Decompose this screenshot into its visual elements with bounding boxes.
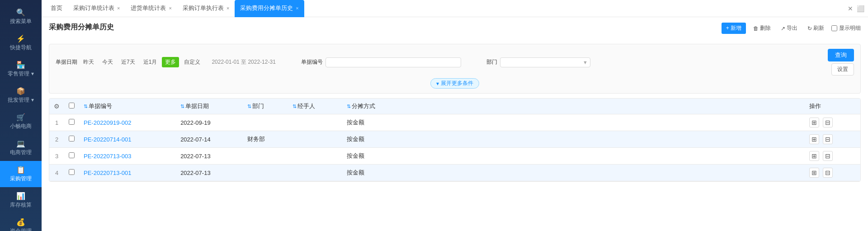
export-button[interactable]: ↗ 导出	[778, 23, 800, 34]
handler-cell	[288, 148, 342, 165]
tab-采购订单执行表[interactable]: 采购订单执行表×	[177, 0, 235, 17]
sidebar-item-快捷导航[interactable]: ⚡快捷导航	[0, 30, 42, 56]
doc-date-cell: 2022-07-14	[176, 131, 243, 148]
row-checkbox[interactable]	[69, 119, 75, 125]
row-checkbox-cell[interactable]	[64, 114, 79, 131]
add-button[interactable]: + 新增	[722, 23, 746, 34]
doc-no-input[interactable]	[326, 57, 461, 67]
more-action-icon[interactable]: ⊟	[823, 168, 833, 178]
expand-conditions-button[interactable]: ▾ 展开更多条件	[430, 78, 479, 89]
sidebar-icon: ⚡	[16, 34, 25, 43]
split-method-cell: 按金额	[342, 165, 805, 181]
row-checkbox-cell[interactable]	[64, 148, 79, 165]
date-label: 单据日期	[56, 58, 77, 66]
sidebar-item-搜索菜单[interactable]: 🔍搜索菜单	[0, 4, 42, 30]
row-checkbox[interactable]	[69, 152, 75, 158]
sidebar-icon: 💰	[16, 218, 25, 226]
sidebar-item-label: 电商管理	[10, 149, 32, 156]
doc-date-cell: 2022-09-19	[176, 114, 243, 131]
gear-icon: ⚙	[54, 103, 60, 110]
split-method-cell: 按金额	[342, 131, 805, 148]
doc-no-column-header: ⇅单据编号	[79, 99, 176, 114]
tab-label: 进货单统计表	[131, 4, 166, 12]
doc-date-column-header: ⇅单据日期	[176, 99, 243, 114]
date-btn-custom[interactable]: 自定义	[181, 57, 203, 67]
gear-column-header[interactable]: ⚙	[49, 99, 64, 114]
view-icon[interactable]: ⊞	[809, 118, 819, 127]
date-btn-7days[interactable]: 近7天	[118, 57, 138, 67]
sidebar-item-资金管理[interactable]: 💰资金管理	[0, 213, 42, 231]
sidebar-item-label: 小畅电商	[10, 123, 32, 130]
tab-采购订单统计表[interactable]: 采购订单统计表×	[68, 0, 125, 17]
dept-column-header: ⇅部门	[243, 99, 288, 114]
chevron-down-icon: ▾	[436, 80, 439, 87]
sidebar-item-库存核算[interactable]: 📊库存核算	[0, 187, 42, 213]
tab-close-icon[interactable]: ×	[296, 5, 298, 11]
delete-button[interactable]: 🗑 删除	[750, 23, 774, 34]
sidebar-item-采购管理[interactable]: 📋采购管理	[0, 161, 42, 187]
more-action-icon[interactable]: ⊟	[823, 134, 833, 144]
date-range-text: 2022-01-01 至 2022-12-31	[212, 58, 275, 66]
view-icon[interactable]: ⊞	[809, 168, 819, 178]
date-btn-more[interactable]: 更多	[162, 57, 179, 67]
tab-进货单统计表[interactable]: 进货单统计表×	[125, 0, 177, 17]
sidebar-item-批发管理[interactable]: 📦批发管理 ▾	[0, 82, 42, 108]
tab-采购费用分摊单历史[interactable]: 采购费用分摊单历史×	[235, 0, 304, 17]
date-btn-yesterday[interactable]: 昨天	[80, 57, 97, 67]
row-checkbox-cell[interactable]	[64, 165, 79, 181]
row-num-cell: 4	[49, 165, 64, 181]
select-all-checkbox[interactable]	[69, 103, 75, 108]
row-checkbox[interactable]	[69, 136, 75, 141]
sidebar-item-电商管理[interactable]: 💻电商管理	[0, 135, 42, 161]
doc-no-link[interactable]: PE-20220713-001	[84, 170, 132, 176]
doc-no-cell: PE-20220919-002	[79, 114, 176, 131]
table-row: 3 PE-20220713-003 2022-07-13 按金额 ⊞ ⊟	[49, 148, 860, 165]
tab-close-icon[interactable]: ×	[169, 5, 171, 11]
action-column-header: 操作	[805, 99, 860, 114]
show-detail-checkbox[interactable]	[831, 25, 837, 31]
sidebar-item-小畅电商[interactable]: 🛒小畅电商	[0, 108, 42, 135]
sidebar-icon: 📊	[16, 192, 25, 200]
refresh-button[interactable]: ↻ 刷新	[805, 23, 827, 34]
sidebar-item-label: 采购管理	[10, 175, 32, 183]
tab-首页[interactable]: 首页	[45, 0, 68, 17]
table-header-row: ⚙ ⇅单据编号 ⇅单据日期 ⇅部门 ⇅经手人 ⇅分摊方式 操作	[49, 99, 860, 114]
tab-close-icon[interactable]: ×	[117, 5, 120, 11]
table-row: 4 PE-20220713-001 2022-07-13 按金额 ⊞ ⊟	[49, 165, 860, 181]
date-btn-1month[interactable]: 近1月	[140, 57, 160, 67]
data-table: ⚙ ⇅单据编号 ⇅单据日期 ⇅部门 ⇅经手人 ⇅分摊方式 操作 1 PE-202…	[49, 98, 861, 182]
date-btn-today[interactable]: 今天	[99, 57, 116, 67]
doc-no-link[interactable]: PE-20220713-003	[84, 153, 132, 160]
sidebar-icon: 💻	[16, 139, 25, 148]
sidebar-item-label: 资金管理	[10, 227, 32, 231]
more-action-icon[interactable]: ⊟	[823, 151, 833, 161]
doc-no-link[interactable]: PE-20220714-001	[84, 136, 132, 143]
view-icon[interactable]: ⊞	[809, 151, 819, 161]
maximize-icon[interactable]: ⬜	[857, 5, 864, 12]
action-cell: ⊞ ⊟	[805, 148, 860, 165]
export-icon: ↗	[781, 25, 785, 32]
row-checkbox-cell[interactable]	[64, 131, 79, 148]
more-action-icon[interactable]: ⊟	[823, 118, 833, 127]
setting-button[interactable]: 设置	[831, 63, 854, 75]
dept-input[interactable]	[500, 57, 590, 67]
view-icon[interactable]: ⊞	[809, 134, 819, 144]
sidebar-item-零售管理[interactable]: 🏪零售管理 ▾	[0, 56, 42, 82]
close-icon[interactable]: ✕	[848, 5, 853, 12]
toolbar: + 新增 🗑 删除 ↗ 导出 ↻ 刷新 显示明细	[722, 23, 861, 34]
content-area: 采购费用分摊单历史 + 新增 🗑 删除 ↗ 导出 ↻ 刷新 显示明细	[42, 17, 868, 231]
refresh-icon: ↻	[807, 25, 812, 32]
tab-close-icon[interactable]: ×	[226, 5, 229, 11]
sidebar-icon: 🏪	[16, 61, 25, 69]
page-title: 采购费用分摊单历史	[49, 23, 114, 32]
row-checkbox[interactable]	[69, 169, 75, 175]
split-method-column-header: ⇅分摊方式	[342, 99, 805, 114]
query-button[interactable]: 查询	[828, 49, 854, 61]
sidebar-item-label: 零售管理 ▾	[8, 70, 33, 78]
sidebar-item-label: 快捷导航	[10, 44, 32, 52]
checkbox-column-header[interactable]	[64, 99, 79, 114]
sidebar-item-label: 批发管理 ▾	[8, 96, 33, 104]
handler-cell	[288, 131, 342, 148]
doc-no-link[interactable]: PE-20220919-002	[84, 119, 132, 126]
dept-cell	[243, 165, 288, 181]
